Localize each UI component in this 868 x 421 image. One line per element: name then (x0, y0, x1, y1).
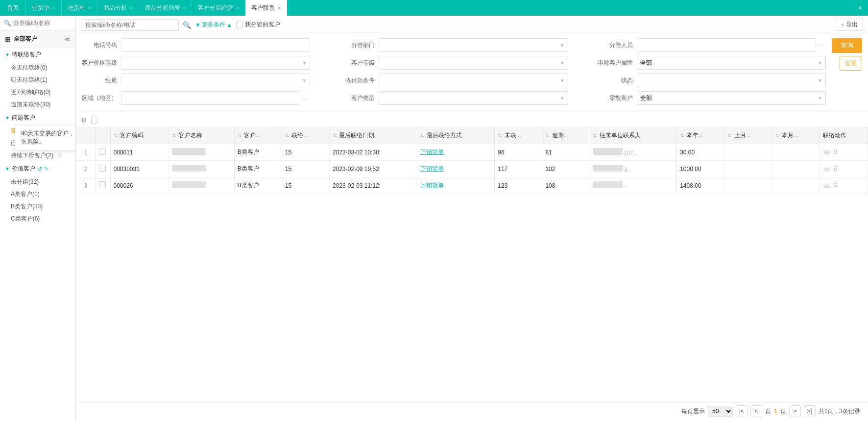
th-current-month[interactable]: ⇅ 本月... (772, 127, 820, 144)
th-name[interactable]: ⇅ 客户名称 (169, 127, 235, 144)
tab-purchase-label: 进货单 (68, 4, 85, 12)
settings-button[interactable]: 设置 (840, 56, 862, 71)
query-button[interactable]: 查询 (832, 38, 862, 53)
tab-sales-close[interactable]: × (52, 5, 55, 11)
select-all-checkbox[interactable] (91, 117, 98, 124)
per-page-select[interactable]: 50 100 200 (708, 406, 733, 417)
my-customers-checkbox[interactable]: 我分管的客户 (236, 21, 280, 29)
grid-icon: ⊞ (5, 35, 11, 43)
tab-purchase-close[interactable]: × (88, 5, 91, 11)
phone-input[interactable] (121, 38, 310, 52)
cell-last-contact-method[interactable]: 下销货单 (417, 177, 494, 194)
sidebar-search-icon: 🔍 (4, 20, 11, 26)
tab-purchase[interactable]: 进货单 × (62, 0, 97, 16)
table-settings-icon[interactable]: ⚙ (81, 116, 87, 124)
status-select[interactable]: ▼ (637, 74, 826, 87)
tab-customer-layer[interactable]: 客户分层经营 × (192, 0, 245, 16)
sidebar-item-overdue-contact[interactable]: 逾期未联络(30) (0, 99, 75, 111)
region-dots[interactable]: ··· (300, 95, 310, 101)
sidebar-item-class-b[interactable]: B类客户(33) (0, 200, 75, 213)
th-code[interactable]: ⇅ 客户编码 (110, 127, 169, 144)
sidebar-section-pending[interactable]: ▼ 待联络客户 (0, 48, 75, 62)
my-customers-check[interactable] (236, 22, 243, 28)
customer-type-select[interactable]: ▼ (379, 91, 568, 105)
th-contact[interactable]: ⇅ 联络... (282, 127, 329, 144)
tab-analysis[interactable]: 商品分析 × (97, 0, 139, 16)
sidebar-item-declining[interactable]: 持续下滑客户(2) ⓘ (0, 149, 75, 162)
tab-customer-contact-close[interactable]: × (278, 5, 281, 11)
payment-select[interactable]: ▼ (379, 74, 568, 87)
th-overdue[interactable]: ⇅ 逾期... (542, 127, 590, 144)
action-more-icon[interactable]: ⠿ (833, 166, 838, 173)
tab-home[interactable]: 首页 (0, 0, 26, 16)
sidebar-section-value[interactable]: ▼ 价值客户 ↺ ✎ (0, 162, 75, 176)
th-uncontact[interactable]: ⇅ 未联... (495, 127, 542, 144)
first-page-btn[interactable]: |< (736, 405, 747, 417)
edit-icon[interactable]: ✎ (44, 166, 48, 172)
total-info: 共1页，3条记录 (819, 407, 860, 416)
last-page-btn[interactable]: >| (804, 405, 816, 417)
tab-analysis-list[interactable]: 商品分析列表 × (139, 0, 193, 16)
window-close-btn[interactable]: × (858, 4, 868, 12)
export-button[interactable]: ↑ 导出 (836, 19, 863, 31)
sidebar-item-today-pending[interactable]: 今天待联络(0) (0, 62, 75, 74)
region-input[interactable] (121, 91, 300, 105)
th-type[interactable]: ⇅ 客户... (234, 127, 282, 144)
th-last-contact-date[interactable]: ⇅ 最后联络日期 (330, 127, 417, 144)
cell-contact: 15 (282, 177, 329, 194)
action-contact-icon[interactable]: ☏ (823, 149, 830, 156)
customer-type-label: 客户类型 (339, 94, 379, 102)
sidebar-search-input[interactable] (13, 20, 76, 26)
customer-level-label: 客户等级 (339, 59, 379, 67)
retail-attr-select[interactable]: 全部 ▼ (637, 56, 826, 70)
th-last-month[interactable]: ⇅ 上月... (724, 127, 772, 144)
sidebar: 🔍 ⊞ 全部客户 ≪ ▼ 待联络客户 今天待联络(0) 明天待联络(1) 近7天… (0, 16, 76, 421)
tab-sales[interactable]: 销货单 × (26, 0, 62, 16)
filter-search-button[interactable]: 🔍 (183, 21, 191, 29)
cell-checkbox[interactable] (96, 144, 110, 161)
sidebar-section-problem[interactable]: ▼ 问题客户 (0, 111, 75, 125)
prev-page-btn[interactable]: < (750, 405, 762, 417)
tab-analysis-list-close[interactable]: × (183, 5, 186, 11)
status-label: 状态 (598, 76, 637, 85)
more-conditions-toggle[interactable]: ▼ 更多条件 ▲ (195, 21, 232, 29)
th-current-year[interactable]: ⇅ 本年... (677, 127, 724, 144)
tab-customer-layer-close[interactable]: × (236, 5, 239, 11)
dept-select[interactable]: ▼ (379, 38, 568, 52)
gender-select[interactable]: ▼ (121, 74, 310, 87)
sidebar-all-customers[interactable]: ⊞ 全部客户 ≪ (0, 31, 75, 48)
tab-analysis-close[interactable]: × (130, 5, 133, 11)
action-more-icon[interactable]: ⠿ (833, 182, 838, 189)
sidebar-item-class-a[interactable]: A类客户(1) (0, 188, 75, 200)
action-more-icon[interactable]: ⠿ (833, 149, 838, 156)
sidebar-item-class-c[interactable]: C类客户(6) (0, 213, 75, 225)
next-page-btn[interactable]: > (789, 405, 801, 417)
filter-customer-level: 客户等级 ▼ (339, 56, 568, 70)
cell-checkbox[interactable] (96, 177, 110, 194)
cell-last-contact-method[interactable]: 下销货单 (417, 144, 494, 161)
th-company-contact[interactable]: ⇅ 往来单位联系人 (590, 127, 677, 144)
table-row: 2 00030031 B类客户 15 2023-02-09 19:52: 下销货… (76, 161, 868, 177)
cell-checkbox[interactable] (96, 161, 110, 177)
customer-level-select[interactable]: ▼ (379, 56, 568, 70)
cell-last-contact-method[interactable]: 下销货单 (417, 161, 494, 177)
sidebar-item-7day-pending[interactable]: 近7天待联络(0) (0, 86, 75, 99)
search-input[interactable] (81, 19, 179, 31)
person-dots[interactable]: ··· (816, 42, 826, 49)
retail-customer-select[interactable]: 全部 ▼ (637, 91, 826, 105)
action-contact-icon[interactable]: ☏ (823, 166, 830, 173)
cell-name (169, 144, 235, 161)
refresh-icon[interactable]: ↺ (37, 166, 42, 173)
tab-bar: 首页 销货单 × 进货单 × 商品分析 × 商品分析列表 × 客户分层经营 × … (0, 0, 868, 16)
cell-actions[interactable]: ☏ ⠿ (820, 177, 868, 194)
person-input[interactable] (637, 38, 816, 52)
sidebar-item-tomorrow-pending[interactable]: 明天待联络(1) (0, 74, 75, 86)
cell-actions[interactable]: ☏ ⠿ (820, 144, 868, 161)
tab-customer-contact[interactable]: 客户联系 × (245, 0, 287, 16)
price-level-select[interactable]: ▼ (121, 56, 310, 70)
th-last-contact-method[interactable]: ⇅ 最后联络方式 (417, 127, 494, 144)
sidebar-item-ungrouped[interactable]: 未分组(32) (0, 176, 75, 188)
action-contact-icon[interactable]: ☏ (823, 182, 830, 189)
price-level-arrow: ▼ (302, 60, 307, 66)
cell-actions[interactable]: ☏ ⠿ (820, 161, 868, 177)
